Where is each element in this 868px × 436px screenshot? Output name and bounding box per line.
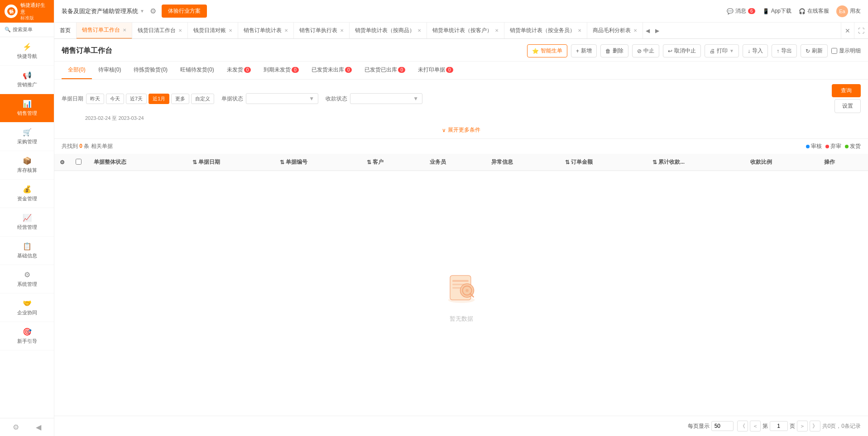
sidebar-item-guide[interactable]: 🎯 新手引导 (0, 322, 54, 351)
tab-nav-prev[interactable]: ◀ (643, 23, 652, 39)
table-toolbar: 共找到 0 条 相关单据 审核 弃审 发货 (54, 139, 868, 154)
system-selector[interactable]: 装备及固定资产辅助管理系统 ▼ (62, 7, 144, 15)
tab-fullscreen-btn[interactable]: ⛶ (854, 23, 868, 39)
review-op-btn[interactable]: 审核 (806, 142, 822, 150)
tab-gross-margin[interactable]: 商品毛利分析表 ✕ (587, 23, 643, 39)
sidebar-item-inventory[interactable]: 📦 库存核算 (0, 151, 54, 180)
sidebar-item-quick-nav[interactable]: ⚡ 快捷导航 (0, 37, 54, 66)
nav-icon-ops: 📈 (23, 213, 32, 222)
tab-close-sales-workbench[interactable]: ✕ (123, 28, 126, 33)
workbench-actions: ⭐ 智能生单 + 新增 🗑 删除 ⊘ 中止 (527, 44, 861, 57)
payment-chevron-icon: ▼ (413, 95, 418, 102)
date-btn-last7[interactable]: 近7天 (126, 94, 147, 104)
tab-close-product[interactable]: ✕ (417, 28, 421, 33)
print-button[interactable]: 🖨 打印 ▼ (705, 44, 739, 57)
delete-button[interactable]: 🗑 删除 (600, 44, 628, 57)
sidebar-item-enterprise[interactable]: 🤝 企业协同 (0, 294, 54, 322)
tab-close-all-btn[interactable]: ✕ (841, 23, 854, 39)
tab-sales-summary-customer[interactable]: 销货单统计表（按客户） ✕ (427, 23, 504, 39)
tab-close-cash-reconcile[interactable]: ✕ (229, 28, 232, 33)
settings-icon[interactable]: ⚙ (150, 7, 156, 15)
subtab-all[interactable]: 全部(0) (62, 62, 92, 79)
tab-close-staff[interactable]: ✕ (578, 28, 581, 33)
subtab-not-printed[interactable]: 未打印单据0 (412, 62, 460, 79)
subtab-wangpu[interactable]: 旺铺待发货(0) (174, 62, 221, 79)
date-btn-last1m[interactable]: 近1月 (149, 94, 169, 104)
message-btn[interactable]: 💬 消息 6 (727, 7, 755, 15)
set-button[interactable]: 设置 (834, 99, 861, 113)
sidebar-item-basic-info[interactable]: 📋 基础信息 (0, 237, 54, 265)
date-btn-custom[interactable]: 自定义 (191, 94, 214, 104)
logo-area: 畅 畅捷通好生意 标准版 (0, 0, 54, 23)
sidebar-item-purchase[interactable]: 🛒 采购管理 (0, 123, 54, 151)
col-settings: ⚙ (54, 154, 70, 171)
workbench-header: 销售订单工作台 ⭐ 智能生单 + 新增 🗑 删除 ⊘ (54, 39, 868, 62)
sort-icon4: ⇅ (565, 159, 570, 166)
tab-sales-workbench[interactable]: 销售订单工作台 ✕ (77, 23, 132, 39)
nav-icon-basic: 📋 (23, 242, 32, 251)
select-all-checkbox[interactable] (76, 159, 82, 165)
svg-rect-4 (452, 280, 469, 282)
tab-cash-reconcile[interactable]: 钱货日清对账 ✕ (188, 23, 238, 39)
export-button[interactable]: ↑ 导出 (772, 44, 797, 57)
page-size-select[interactable]: 20 50 100 (711, 421, 734, 431)
ship-op-btn[interactable]: 发货 (845, 142, 861, 150)
smart-create-button[interactable]: ⭐ 智能生单 (527, 44, 567, 57)
settings-bottom-btn[interactable]: ⚙ (13, 423, 19, 431)
online-service-btn[interactable]: 🎧 在线客服 (799, 7, 829, 15)
date-btn-today[interactable]: 今天 (106, 94, 124, 104)
show-detail-toggle[interactable]: 显示明细 (831, 47, 861, 55)
tab-sales-exec[interactable]: 销售订单执行表 ✕ (294, 23, 350, 39)
subtab-shipped-not-out[interactable]: 已发货未出库0 (305, 62, 359, 79)
cancel-review-op-btn[interactable]: 弃审 (825, 142, 841, 150)
page-next-btn[interactable]: ＞ (797, 421, 808, 431)
query-button[interactable]: 查询 (832, 84, 861, 97)
tab-home[interactable]: 首页 (54, 23, 77, 39)
subtab-not-shipped[interactable]: 未发货0 (221, 62, 258, 79)
tab-close-customer[interactable]: ✕ (495, 28, 499, 33)
tabbar: 首页 销售订单工作台 ✕ 钱货日清工作台 ✕ 钱货日清对账 ✕ 销售订单统计表 … (54, 23, 868, 39)
expand-filter-btn[interactable]: ∨ 展开更多条件 (442, 126, 480, 134)
subtab-pending-review[interactable]: 待审核(0) (92, 62, 128, 79)
industry-solution-button[interactable]: 体验行业方案 (162, 5, 207, 18)
date-btn-more[interactable]: 更多 (171, 94, 189, 104)
tab-actions: ✕ ⛶ (841, 23, 868, 39)
tab-close-sales-stats[interactable]: ✕ (284, 28, 288, 33)
date-btn-yesterday[interactable]: 昨天 (86, 94, 104, 104)
import-button[interactable]: ↓ 导入 (743, 44, 768, 57)
sidebar-item-finance[interactable]: 💰 资金管理 (0, 180, 54, 208)
user-area[interactable]: Ea 用友 (836, 5, 861, 17)
collapse-btn[interactable]: ◀ (36, 423, 41, 431)
refresh-button[interactable]: ↻ 刷新 (801, 44, 828, 57)
page-last-btn[interactable]: 》 (810, 421, 820, 431)
tab-sales-summary-product[interactable]: 销货单统计表（按商品） ✕ (350, 23, 427, 39)
cancel-stop-button[interactable]: ↩ 取消中止 (663, 44, 701, 57)
sidebar-item-marketing[interactable]: 📢 营销推广 (0, 66, 54, 94)
subtab-shipped-out[interactable]: 已发货已出库0 (358, 62, 412, 79)
tab-sales-summary-staff[interactable]: 销货单统计表（按业务员） ✕ (504, 23, 587, 39)
sidebar-item-system[interactable]: ⚙ 系统管理 (0, 265, 54, 294)
page-input[interactable] (770, 421, 788, 431)
subtab-pending-inspect[interactable]: 待拣货验货(0) (127, 62, 174, 79)
sidebar-item-sales[interactable]: 📊 销售管理 (0, 94, 54, 123)
table-ops: 审核 弃审 发货 (806, 142, 861, 150)
sidebar-item-operations[interactable]: 📈 经营管理 (0, 208, 54, 237)
page-first-btn[interactable]: 《 (737, 421, 748, 431)
tab-close-gross[interactable]: ✕ (633, 28, 637, 33)
status-select[interactable]: ▼ (246, 93, 318, 104)
tab-sales-stats[interactable]: 销售订单统计表 ✕ (238, 23, 294, 39)
stop-button[interactable]: ⊘ 中止 (632, 44, 659, 57)
tab-cash-daily[interactable]: 钱货日清工作台 ✕ (132, 23, 188, 39)
tab-nav-next[interactable]: ▶ (652, 23, 662, 39)
settings-col-icon[interactable]: ⚙ (60, 159, 65, 166)
payment-select[interactable]: ▼ (350, 93, 422, 104)
search-menu[interactable]: 🔍 搜索菜单 (0, 23, 54, 37)
subtab-overdue-not-shipped[interactable]: 到期未发货0 (257, 62, 305, 79)
add-button[interactable]: + 新增 (571, 44, 597, 57)
tab-close-sales-exec[interactable]: ✕ (340, 28, 344, 33)
expand-row: ∨ 展开更多条件 (62, 123, 861, 134)
show-detail-checkbox[interactable] (831, 48, 837, 54)
tab-close-cash-daily[interactable]: ✕ (178, 28, 182, 33)
page-prev-btn[interactable]: ＜ (750, 421, 761, 431)
app-download-btn[interactable]: 📱 App下载 (762, 7, 791, 15)
